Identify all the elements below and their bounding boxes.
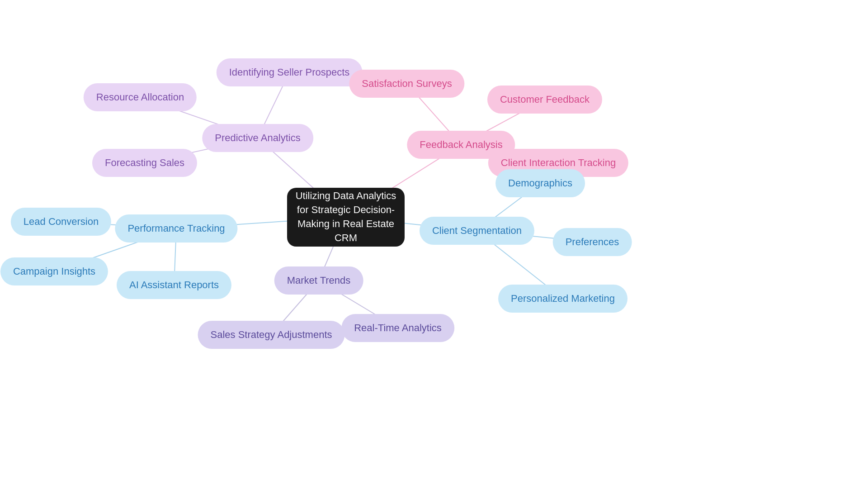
identifying-seller-node[interactable]: Identifying Seller Prospects	[217, 58, 363, 86]
client-segmentation-node[interactable]: Client Segmentation	[420, 217, 534, 245]
demographics-node[interactable]: Demographics	[495, 169, 585, 197]
performance-tracking-node[interactable]: Performance Tracking	[115, 214, 237, 243]
center-node[interactable]: Utilizing Data Analytics for Strategic D…	[287, 188, 405, 247]
real-time-analytics-node[interactable]: Real-Time Analytics	[341, 314, 454, 342]
campaign-insights-node[interactable]: Campaign Insights	[0, 257, 108, 285]
forecasting-sales-node[interactable]: Forecasting Sales	[92, 149, 197, 177]
predictive-analytics-node[interactable]: Predictive Analytics	[202, 124, 313, 152]
personalized-marketing-node[interactable]: Personalized Marketing	[498, 285, 627, 313]
ai-assistant-node[interactable]: AI Assistant Reports	[117, 271, 231, 299]
resource-allocation-node[interactable]: Resource Allocation	[84, 83, 197, 111]
customer-feedback-node[interactable]: Customer Feedback	[487, 86, 602, 114]
sales-strategy-node[interactable]: Sales Strategy Adjustments	[198, 321, 344, 349]
lead-conversion-node[interactable]: Lead Conversion	[11, 208, 111, 236]
mind-map: Utilizing Data Analytics for Strategic D…	[0, 0, 868, 490]
satisfaction-surveys-node[interactable]: Satisfaction Surveys	[349, 70, 464, 98]
preferences-node[interactable]: Preferences	[553, 228, 632, 256]
market-trends-node[interactable]: Market Trends	[274, 266, 363, 295]
